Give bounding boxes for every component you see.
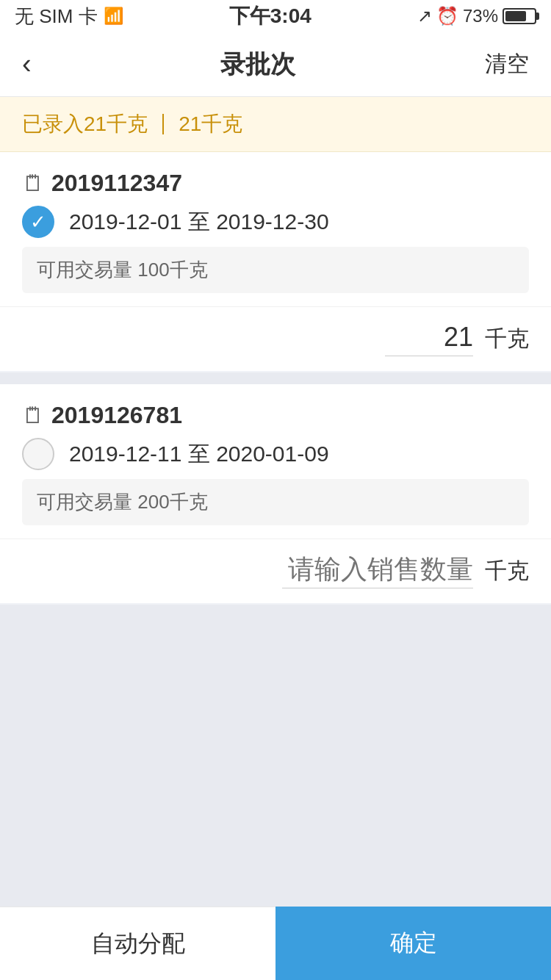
clear-button[interactable]: 清空: [485, 49, 529, 79]
batch-icon-1: 🗒: [22, 171, 44, 196]
auto-distribute-button[interactable]: 自动分配: [0, 907, 276, 980]
amount-row-2: 千克: [0, 538, 551, 603]
batch-header-2: 🗒 2019126781: [0, 384, 551, 429]
batch-date-1: 2019-12-01 至 2019-12-30: [69, 207, 329, 237]
section-separator: [0, 372, 551, 384]
summary-bar: 已录入21千克 21千克: [0, 97, 551, 152]
time-display: 下午3:04: [229, 2, 311, 30]
batch-date-2: 2019-12-11 至 2020-01-09: [69, 439, 329, 469]
batch-row-1[interactable]: ✓ 2019-12-01 至 2019-12-30: [0, 197, 551, 247]
radio-button-1[interactable]: ✓: [22, 206, 54, 238]
confirm-button[interactable]: 确定: [276, 907, 551, 980]
check-icon-1: ✓: [30, 212, 46, 231]
batch-number-2: 2019126781: [51, 402, 182, 429]
batch-number-1: 2019112347: [51, 170, 182, 197]
summary-divider: [162, 114, 164, 134]
nav-bar: ‹ 录批次 清空: [0, 32, 551, 97]
batch-icon-2: 🗒: [22, 403, 44, 428]
radio-button-2[interactable]: [22, 438, 54, 470]
location-icon: ↗: [417, 6, 432, 26]
availability-2: 可用交易量 200千克: [22, 479, 529, 525]
amount-input-wrapper-1[interactable]: [385, 322, 473, 356]
availability-1: 可用交易量 100千克: [22, 247, 529, 293]
battery-percent: 73%: [463, 6, 498, 26]
batch-row-2[interactable]: 2019-12-11 至 2020-01-09: [0, 429, 551, 479]
batch-card-1: 🗒 2019112347 ✓ 2019-12-01 至 2019-12-30 可…: [0, 152, 551, 371]
status-left: 无 SIM 卡 📶: [15, 4, 123, 29]
batch-header-1: 🗒 2019112347: [0, 152, 551, 197]
back-button[interactable]: ‹: [22, 48, 32, 80]
bottom-bar: 自动分配 确定: [0, 907, 551, 980]
amount-input-1[interactable]: [385, 322, 473, 353]
total-amount: 21千克: [179, 110, 242, 138]
carrier-text: 无 SIM 卡: [15, 4, 98, 29]
battery-icon: [503, 8, 536, 24]
amount-unit-1: 千克: [485, 324, 529, 354]
page-title: 录批次: [220, 48, 295, 82]
empty-area: [0, 605, 551, 928]
batch-card-2: 🗒 2019126781 2019-12-11 至 2020-01-09 可用交…: [0, 384, 551, 603]
status-right: ↗ ⏰ 73%: [417, 6, 536, 26]
amount-input-2[interactable]: [282, 554, 473, 585]
amount-row-1: 千克: [0, 306, 551, 371]
recorded-amount: 已录入21千克: [22, 110, 148, 138]
wifi-icon: 📶: [104, 7, 123, 26]
amount-unit-2: 千克: [485, 556, 529, 586]
status-bar: 无 SIM 卡 📶 下午3:04 ↗ ⏰ 73%: [0, 0, 551, 32]
amount-input-wrapper-2[interactable]: [282, 554, 473, 588]
alarm-icon: ⏰: [436, 6, 458, 26]
